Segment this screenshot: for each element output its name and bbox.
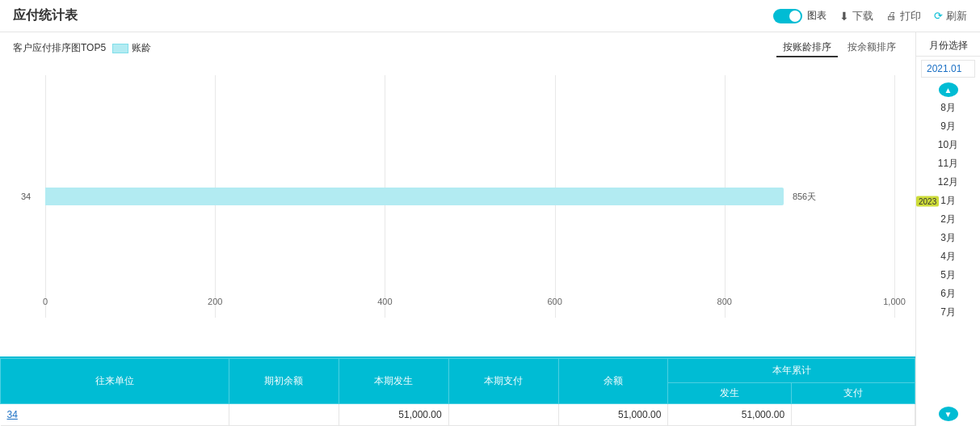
chart-controls: 客户应付排序图TOP5 账龄 按账龄排序 按余额排序	[0, 32, 915, 61]
legend-text: 客户应付排序图TOP5	[13, 41, 106, 55]
header: 应付统计表 图表 ⬇ 下载 🖨 打印 ⟳ 刷新	[0, 0, 980, 32]
sidebar: 月份选择 ▲ 8月 9月 10月 11月 12月 2023 1月 2月 3月 4…	[915, 32, 980, 426]
x-tick-200: 200	[208, 297, 222, 306]
download-button[interactable]: ⬇ 下载	[839, 9, 873, 23]
x-axis: 0 200 400 600 800 1,000	[45, 293, 894, 318]
year-badge: 2023	[916, 196, 939, 206]
sidebar-title: 月份选择	[916, 36, 980, 57]
chart-container: 34 856天 0 200 400 600 800 1,000	[0, 61, 915, 356]
bar-container: 34 856天	[45, 184, 894, 209]
month-item-jul[interactable]: 7月	[916, 303, 980, 322]
col-header-source: 往来单位	[1, 359, 229, 404]
print-icon: 🖨	[886, 10, 897, 22]
cell-current-pay	[448, 404, 558, 426]
scroll-down-button[interactable]: ▼	[939, 407, 958, 421]
month-item-may[interactable]: 5月	[916, 266, 980, 285]
x-tick-800: 800	[717, 297, 732, 306]
month-item-apr[interactable]: 4月	[916, 247, 980, 266]
cell-balance: 51,000.00	[558, 404, 668, 426]
table-row: 34 51,000.00 51,000.00 51,000.00	[1, 404, 915, 426]
month-item-jun[interactable]: 6月	[916, 285, 980, 303]
data-table: 往来单位 期初余额 本期发生 本期支付 余额 本年累计 发生 支付	[0, 358, 915, 426]
legend-item-label: 账龄	[132, 41, 151, 55]
chart-section: 客户应付排序图TOP5 账龄 按账龄排序 按余额排序	[0, 32, 915, 426]
refresh-button[interactable]: ⟳ 刷新	[934, 9, 967, 23]
table-header-row1: 往来单位 期初余额 本期发生 本期支付 余额 本年累计	[1, 359, 915, 383]
col-header-current-pay: 本期支付	[448, 359, 558, 404]
refresh-label: 刷新	[946, 9, 967, 23]
chart-plot: 34 856天 0 200 400 600 800 1,000	[45, 75, 894, 318]
refresh-icon: ⟳	[934, 10, 943, 22]
chart-toggle-wrap: 图表	[773, 9, 826, 23]
print-button[interactable]: 🖨 打印	[886, 9, 921, 23]
grid-line-1000	[894, 75, 895, 318]
month-item-sep[interactable]: 9月	[916, 117, 980, 136]
table-section: 往来单位 期初余额 本期发生 本期支付 余额 本年累计 发生 支付	[0, 356, 915, 426]
sidebar-nav-down: ▼	[916, 407, 980, 421]
col-header-ytd: 本年累计	[668, 359, 915, 383]
legend-item: 账龄	[112, 41, 151, 55]
chart-legend: 客户应付排序图TOP5 账龄	[13, 41, 151, 55]
x-tick-400: 400	[377, 297, 392, 306]
cell-opening	[229, 404, 339, 426]
sidebar-year-input[interactable]	[921, 60, 975, 78]
cell-ytd-occur: 51,000.00	[668, 404, 792, 426]
bar-y-label: 34	[21, 192, 31, 201]
month-item-jan[interactable]: 2023 1月	[916, 192, 980, 210]
cell-source[interactable]: 34	[1, 404, 229, 426]
sidebar-nav-up: ▲	[916, 82, 980, 97]
bar-right-label: 856天	[793, 191, 816, 203]
col-header-balance: 余额	[558, 359, 668, 404]
sort-by-balance-button[interactable]: 按账龄排序	[776, 39, 838, 57]
col-header-ytd-pay: 支付	[792, 383, 915, 404]
month-item-aug[interactable]: 8月	[916, 99, 980, 117]
col-header-ytd-occur: 发生	[668, 383, 792, 404]
month-list: 8月 9月 10月 11月 12月 2023 1月 2月 3月 4月 5月 6月…	[916, 99, 980, 405]
col-header-opening: 期初余额	[229, 359, 339, 404]
month-item-dec[interactable]: 12月	[916, 173, 980, 192]
month-item-mar[interactable]: 3月	[916, 229, 980, 247]
print-label: 打印	[900, 9, 921, 23]
header-actions: 图表 ⬇ 下载 🖨 打印 ⟳ 刷新	[773, 9, 967, 23]
x-tick-0: 0	[43, 297, 48, 306]
page-title: 应付统计表	[13, 7, 78, 24]
toggle-label: 图表	[807, 9, 826, 23]
download-label: 下载	[852, 9, 873, 23]
month-item-feb[interactable]: 2月	[916, 210, 980, 229]
month-item-oct[interactable]: 10月	[916, 136, 980, 154]
cell-current-occur: 51,000.00	[339, 404, 448, 426]
cell-ytd-pay	[792, 404, 915, 426]
sort-controls: 按账龄排序 按余额排序	[776, 39, 902, 57]
month-item-nov[interactable]: 11月	[916, 154, 980, 173]
x-tick-600: 600	[547, 297, 562, 306]
main-content: 客户应付排序图TOP5 账龄 按账龄排序 按余额排序	[0, 32, 980, 426]
chart-toggle[interactable]	[773, 9, 802, 23]
x-tick-1000: 1,000	[883, 297, 906, 306]
legend-color-box	[112, 44, 128, 53]
scroll-up-button[interactable]: ▲	[939, 82, 958, 97]
col-header-current-occur: 本期发生	[339, 359, 448, 404]
bar	[45, 188, 784, 205]
app-container: 应付统计表 图表 ⬇ 下载 🖨 打印 ⟳ 刷新	[0, 0, 980, 426]
download-icon: ⬇	[839, 10, 849, 23]
sort-by-amount-button[interactable]: 按余额排序	[841, 39, 902, 57]
chart-inner: 34 856天 0 200 400 600 800 1,000	[13, 67, 902, 350]
